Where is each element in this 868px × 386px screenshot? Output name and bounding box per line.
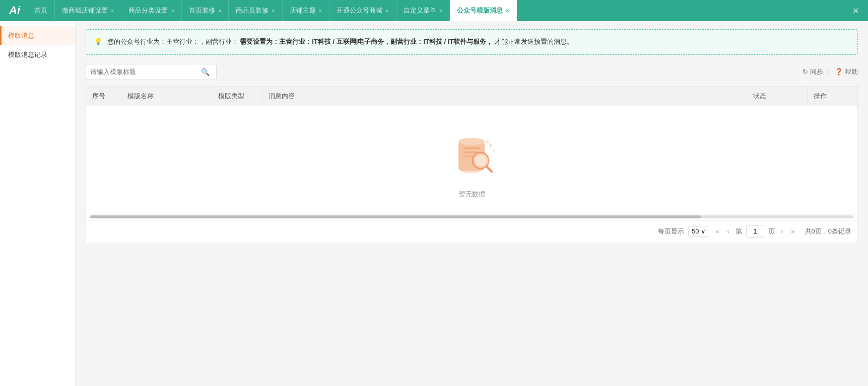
divider: | [828,68,830,75]
page-prefix: 第 [736,227,742,236]
lamp-icon: 💡 [94,38,102,45]
close-tab-shop-settings[interactable]: × [111,8,114,14]
page-size-value: 50 [692,227,699,235]
search-bar: 🔍 ↻ 同步 | ❓ 帮助 [86,64,858,80]
sync-button[interactable]: ↻ 同步 [803,67,823,76]
first-page-button[interactable]: « [713,226,721,236]
last-page-button[interactable]: » [789,226,796,236]
tab-template-message[interactable]: 公众号模版消息 × [450,0,516,21]
close-tab-custom-menu[interactable]: × [439,8,442,14]
search-actions: ↻ 同步 | ❓ 帮助 [803,67,858,76]
search-input-wrap[interactable]: 🔍 [86,64,217,80]
page-size-select[interactable]: 50 ∨ [688,226,709,237]
close-tab-template-message[interactable]: × [506,8,509,14]
empty-text: 暂无数据 [86,190,857,199]
empty-icon [444,126,500,182]
col-header-name: 模版名称 [121,86,212,106]
svg-point-9 [489,144,492,147]
tab-open-mall[interactable]: 开通公众号商城 × [329,0,396,21]
col-header-content: 消息内容 [262,86,747,106]
per-page-label: 每页显示 [658,227,684,236]
empty-state: 暂无数据 [86,106,858,214]
svg-rect-3 [463,147,480,149]
total-info: 共0页，0条记录 [805,227,851,236]
close-all-button[interactable]: ✕ [847,6,864,16]
close-tab-category-settings[interactable]: × [171,8,174,14]
content-area: 💡 您的公众号行业为：主营行业：，副营行业： 需要设置为：主营行业：IT科技 /… [76,21,868,386]
current-page-input[interactable] [746,225,764,238]
scroll-bar-area[interactable] [86,214,858,220]
help-button[interactable]: ❓ 帮助 [835,67,858,76]
tab-home[interactable]: 首页 [27,0,55,21]
tab-shop-settings[interactable]: 微商城店铺设置 × [55,0,121,21]
svg-rect-4 [463,151,478,153]
page-word: 页 [768,227,775,236]
search-input[interactable] [90,68,201,75]
close-tab-open-mall[interactable]: × [385,8,388,14]
next-page-button[interactable]: › [779,226,785,236]
svg-point-2 [458,138,485,145]
col-header-status: 状态 [747,86,808,106]
app-logo: Ai [4,4,25,17]
info-banner: 💡 您的公众号行业为：主营行业：，副营行业： 需要设置为：主营行业：IT科技 /… [86,29,858,55]
scroll-track[interactable] [90,215,853,218]
help-icon: ❓ [835,68,843,75]
tab-category-settings[interactable]: 商品分类设置 × [121,0,181,21]
top-nav: Ai 首页 微商城店铺设置 × 商品分类设置 × 首页装修 × 商品页装修 × … [0,0,868,21]
tab-store-theme[interactable]: 店铺主题 × [283,0,329,21]
col-header-seq: 序号 [86,86,121,106]
sidebar-item-template-history[interactable]: 模版消息记录 [0,45,75,64]
col-header-type: 模版类型 [212,86,262,106]
tab-product-decoration[interactable]: 商品页装修 × [229,0,282,21]
svg-point-7 [475,155,486,166]
sidebar: 模版消息 模版消息记录 [0,21,76,386]
close-tab-store-theme[interactable]: × [319,8,322,14]
scroll-thumb[interactable] [90,215,701,218]
sync-icon: ↻ [803,68,808,75]
search-icon[interactable]: 🔍 [201,68,210,76]
tab-custom-menu[interactable]: 自定义菜单 × [396,0,450,21]
pagination: 每页显示 50 ∨ « ‹ 第 页 › » 共0页，0条记录 [86,220,858,243]
svg-point-10 [493,149,495,151]
page-size-chevron-icon: ∨ [701,227,706,235]
svg-line-8 [487,167,492,172]
col-header-action: 操作 [808,86,858,106]
close-tab-product-decoration[interactable]: × [272,8,275,14]
prev-page-button[interactable]: ‹ [725,226,731,236]
sidebar-item-template-message[interactable]: 模版消息 [0,26,75,45]
main-layout: 模版消息 模版消息记录 💡 您的公众号行业为：主营行业：，副营行业： 需要设置为… [0,21,868,386]
data-table: 序号 模版名称 模版类型 消息内容 状态 操作 [86,86,858,106]
tab-home-decoration[interactable]: 首页装修 × [182,0,229,21]
close-tab-home-decoration[interactable]: × [218,8,221,14]
